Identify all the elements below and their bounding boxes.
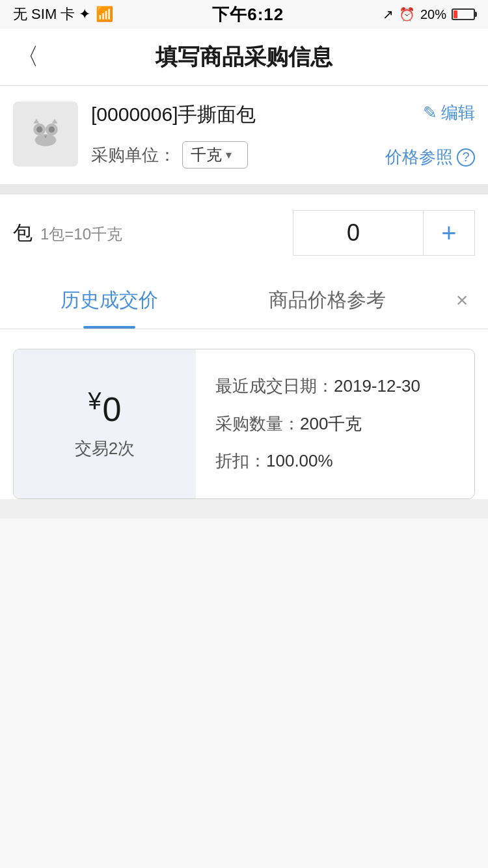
svg-marker-6 [33,119,39,124]
status-bar: 无 SIM 卡 ✦ 📶 下午6:12 ↗ ⏰ 20% [0,0,488,29]
location-icon: ↗ [383,7,394,22]
back-button[interactable]: 〈 [16,41,39,73]
price-card-right: 最近成交日期：2019-12-30 采购数量：200千克 折扣：100.00% [196,349,474,498]
tabs-section: 历史成交价 商品价格参考 × ¥0 交易2次 最近成交日期：2019-12-30… [0,271,488,499]
help-icon: ? [457,148,475,167]
status-left: 无 SIM 卡 ✦ 📶 [13,5,113,24]
page-title: 填写商品采购信息 [156,42,332,72]
price-detail-qty-label: 采购数量： [215,414,300,433]
price-card-left: ¥0 交易2次 [14,349,196,498]
no-sim-text: 无 SIM 卡 ✦ [13,5,90,24]
price-currency-symbol: ¥ [88,388,102,414]
quantity-label-group: 包 1包=10千克 [13,220,122,247]
price-detail-discount-label: 折扣： [215,451,266,470]
product-image [13,102,78,167]
tab-history-price[interactable]: 历史成交价 [0,271,218,329]
price-detail-discount-value: 100.00% [266,451,333,470]
svg-marker-7 [51,119,57,124]
unit-label: 采购单位： [91,144,176,167]
price-ref-label: 价格参照 [385,146,453,169]
status-right: ↗ ⏰ 20% [383,7,475,22]
bottom-area [0,519,488,868]
edit-icon: ✎ [423,103,437,123]
price-value: 0 [103,391,122,429]
unit-select[interactable]: 千克 ▾ [182,141,248,169]
product-logo-icon [23,111,68,157]
product-name: [0000006]手撕面包 [91,102,475,128]
battery-icon [452,8,475,20]
price-detail-date: 最近成交日期：2019-12-30 [215,373,455,400]
price-detail-date-label: 最近成交日期： [215,376,334,396]
price-ref-button[interactable]: 价格参照 ? [385,146,475,169]
edit-label: 编辑 [441,102,475,124]
price-detail-qty-value: 200千克 [300,414,362,433]
price-detail-qty: 采购数量：200千克 [215,411,455,438]
section-divider [0,184,488,195]
svg-point-2 [36,126,42,132]
edit-button[interactable]: ✎ 编辑 [423,102,475,124]
tab-product-price-ref-label: 商品价格参考 [269,287,386,314]
price-amount: ¥0 [88,388,122,429]
quantity-plus-button[interactable]: + [423,210,475,256]
unit-value: 千克 [191,144,222,165]
price-detail-date-value: 2019-12-30 [334,376,420,396]
wifi-icon: 📶 [96,6,113,23]
tab-history-price-label: 历史成交价 [61,287,158,314]
price-card: ¥0 交易2次 最近成交日期：2019-12-30 采购数量：200千克 折扣：… [13,349,475,499]
product-card: [0000006]手撕面包 采购单位： 千克 ▾ ✎ 编辑 价格参照 ? [0,86,488,184]
nav-bar: 〈 填写商品采购信息 [0,29,488,86]
price-detail-discount: 折扣：100.00% [215,448,455,475]
tab-product-price-ref[interactable]: 商品价格参考 [218,271,436,329]
battery-percent: 20% [420,7,446,22]
tab-close-button[interactable]: × [436,271,488,329]
unit-chevron-icon: ▾ [226,148,232,162]
quantity-row: 包 1包=10千克 + [0,195,488,271]
price-transactions: 交易2次 [75,437,135,460]
quantity-unit-sub: 1包=10千克 [40,224,122,245]
quantity-input[interactable] [293,210,423,256]
alarm-icon: ⏰ [399,7,415,22]
tabs-header: 历史成交价 商品价格参考 × [0,271,488,329]
quantity-unit-main: 包 [13,220,33,247]
svg-point-3 [49,126,55,132]
quantity-input-group: + [293,210,475,256]
status-time: 下午6:12 [212,3,284,26]
